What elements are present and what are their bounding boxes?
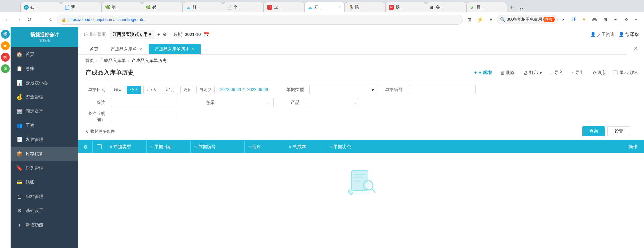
warehouse-select[interactable]: ··· <box>220 98 274 107</box>
settings-tool[interactable]: ⋯ <box>632 15 641 24</box>
sync-tool[interactable]: ⟲ <box>622 15 630 24</box>
tab-4[interactable]: 🌿 易... <box>142 2 183 12</box>
date-btn-more[interactable]: 更多 <box>180 86 194 94</box>
tab-add-button[interactable]: + <box>507 3 517 12</box>
page-tab-history[interactable]: 产成品入库单历史 ✕ <box>149 44 201 54</box>
th-status[interactable]: ⇅ 单据状态 <box>326 140 373 153</box>
page-tab-history-close[interactable]: ✕ <box>192 47 195 52</box>
user-menu[interactable]: 👤 徐泽华 <box>619 31 639 38</box>
brightness-tool[interactable]: ☀ <box>611 15 620 24</box>
tab-12[interactable]: S 目... <box>467 2 507 12</box>
th-cost[interactable]: ⇅ 总成本 <box>285 140 326 153</box>
date-btn-today[interactable]: 今天 <box>127 86 141 94</box>
number-filter-input[interactable] <box>408 85 476 94</box>
product-select[interactable]: ··· <box>305 98 359 107</box>
search-button[interactable]: 查询 <box>582 126 605 136</box>
panel-close-button[interactable]: ✕ <box>627 42 644 55</box>
address-bar[interactable]: 🔒 https://cloud.chanjet.com/accounting/u… <box>57 15 463 25</box>
date-btn-1month[interactable]: 近1月 <box>162 86 178 94</box>
app-nav: 畅捷通好会计 旗舰版 🏠 首页 📋 总账 📊 云报表中心 💰 资金 <box>11 27 78 248</box>
tab-7[interactable]: C 企... <box>264 2 304 12</box>
game-tool[interactable]: 🎮 <box>589 15 600 24</box>
breadcrumb-list[interactable]: 产成品入库单 <box>99 58 126 64</box>
ai-consult-button[interactable]: 👤 人工咨询 <box>590 31 615 38</box>
nav-item-home[interactable]: 🏠 首页 <box>11 47 78 62</box>
tab-close-8[interactable]: ✕ <box>338 5 341 9</box>
forward-button[interactable]: → <box>14 15 23 24</box>
header-checkbox[interactable] <box>97 144 102 149</box>
lightning-button[interactable]: ⚡ <box>475 15 485 24</box>
calendar-button[interactable]: 📅 <box>204 32 209 37</box>
app-icon-weibo[interactable]: 微 <box>1 53 10 62</box>
page-tab-home[interactable]: 首页 <box>84 44 104 54</box>
breadcrumb-home[interactable]: 首页 <box>85 58 94 64</box>
nav-item-salary[interactable]: 👥 工资 <box>11 118 78 133</box>
app-icon-chanjet[interactable]: 畅 <box>1 30 10 39</box>
collapse-filter-button[interactable]: ∧ 收起更多条件 <box>85 127 115 136</box>
nav-item-invoice[interactable]: 🧾 发票管理 <box>11 133 78 147</box>
breadcrumb: 首页 › 产成品入库单 › 产成品入库单历史 <box>78 55 644 64</box>
page-tab-list[interactable]: 产成品入库单 ✕ <box>105 44 148 54</box>
account-settings-button[interactable]: ⚙ <box>163 32 167 37</box>
scissors-tool[interactable]: ✂ <box>559 15 568 24</box>
refresh-data-button[interactable]: ⟳ 刷新 <box>590 68 610 77</box>
grid-tool[interactable]: ⊞ <box>601 15 610 24</box>
date-btn-7days[interactable]: 近7天 <box>143 86 160 94</box>
tab-1[interactable]: ⊙ 在... <box>20 2 61 12</box>
nav-item-settings[interactable]: ⚙ 基础设置 <box>11 204 78 218</box>
home-browser-button[interactable]: ⌂ <box>35 15 45 24</box>
page-tab-list-close[interactable]: ✕ <box>139 47 142 52</box>
nav-item-add[interactable]: ＋ 新增功能 <box>11 218 78 232</box>
remark-input[interactable] <box>111 98 178 107</box>
nav-item-tax[interactable]: 🔖 税务管理 <box>11 161 78 175</box>
tab-11[interactable]: ⊞ 各... <box>426 2 467 12</box>
th-settings[interactable]: ⚙ <box>78 140 93 153</box>
currency-tool[interactable]: ¥ <box>580 15 588 24</box>
tab-8-active[interactable]: ☁ 好... ✕ <box>304 2 345 12</box>
nav-item-fund[interactable]: 💰 资金管理 <box>11 90 78 104</box>
svg-rect-2 <box>354 174 365 175</box>
export-button[interactable]: ↑ 导出 <box>569 68 587 77</box>
refresh-browser-button[interactable]: ↻ <box>24 15 34 24</box>
nav-item-inventory[interactable]: 📦 库存核算 <box>11 147 78 161</box>
th-number[interactable]: ⇅ 单据编号 <box>191 140 245 153</box>
date-btn-yesterday[interactable]: 昨天 <box>111 86 125 94</box>
th-date[interactable]: ⇅ 单据日期 <box>147 140 191 153</box>
back-button[interactable]: ← <box>3 15 12 24</box>
add-account-button[interactable]: + <box>157 32 160 37</box>
print-button[interactable]: 🖨 打印 ▾ <box>521 68 545 77</box>
detail-remark-input[interactable] <box>111 112 178 121</box>
th-warehouse[interactable]: ⇅ 仓库 <box>245 140 285 153</box>
tab-10[interactable]: M 畅... <box>385 2 426 12</box>
tab-3[interactable]: 🌿 易... <box>101 2 142 12</box>
bookmark-button[interactable]: ☆ <box>46 15 55 24</box>
reset-button[interactable]: 设置 <box>607 126 630 136</box>
tab-9[interactable]: 🐧 腾... <box>345 2 385 12</box>
nav-item-asset[interactable]: 🏢 固定资产 <box>11 104 78 118</box>
date-btn-custom[interactable]: 自定义 <box>196 86 215 94</box>
extensions-button[interactable]: ⊞ <box>464 15 474 24</box>
type-filter-select[interactable]: ▾ <box>309 85 377 94</box>
nav-item-ledger[interactable]: 📋 总账 <box>11 62 78 76</box>
delete-button[interactable]: 🗑 删除 <box>498 68 518 77</box>
th-type[interactable]: ⇅ 单据类型 <box>106 140 147 153</box>
import-button[interactable]: ↓ 导入 <box>548 68 566 77</box>
th-check[interactable] <box>93 140 106 153</box>
nav-item-checkout[interactable]: 💳 结账 <box>11 175 78 189</box>
show-detail-toggle[interactable]: 显示明细 <box>613 70 637 76</box>
address-dropdown[interactable]: ▾ <box>486 15 496 24</box>
nav-item-archive[interactable]: 🗂 归档管理 <box>11 189 78 204</box>
nav-item-report[interactable]: 📊 云报表中心 <box>11 76 78 90</box>
filter-row-detail: 备注（明细） <box>85 111 637 123</box>
tab-6[interactable]: 📄 个... <box>223 2 264 12</box>
app-icon-mail[interactable]: ✉ <box>1 64 10 73</box>
search-bar[interactable]: 🔍 360智能抠图免费用 热搜 <box>497 15 558 24</box>
company-select[interactable]: 江西服宝测试专用 ▾ <box>110 30 154 39</box>
app-icon-star[interactable]: ★ <box>1 41 10 50</box>
add-button[interactable]: ＋ + 新增 <box>471 68 494 77</box>
tab-2[interactable]: 📄 新... <box>61 2 101 12</box>
tab-5[interactable]: ☁ 好... <box>183 2 223 12</box>
translate-tool[interactable]: 译 <box>569 15 579 24</box>
app-nav-title: 畅捷通好会计 <box>30 32 59 38</box>
show-detail-checkbox[interactable] <box>613 70 618 75</box>
